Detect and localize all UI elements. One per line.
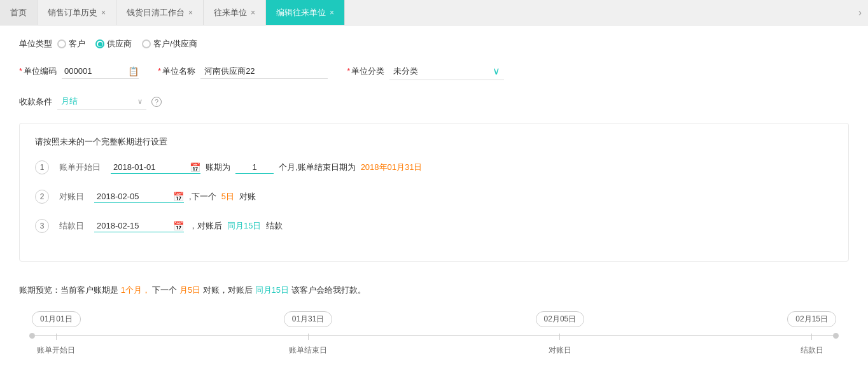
step-2-desc-highlight: 5日 [221, 191, 234, 202]
unit-category-label: *单位分类 [347, 66, 384, 77]
tab-edit-partner-close[interactable]: × [330, 8, 334, 17]
timeline-badge-4: 02月15日 [787, 311, 836, 327]
step-1-date-input[interactable] [111, 161, 187, 173]
preview-highlight3: 同月15日 [255, 285, 289, 295]
chevron-down-icon: ∨ [493, 65, 500, 77]
tab-bar: 首页 销售订单历史 × 钱货日清工作台 × 往来单位 × 编辑往来单位 × › [0, 0, 868, 25]
tab-more-button[interactable]: › [852, 0, 868, 25]
timeline: 01月01日 账单开始日 01月31日 账单结束日 02月05日 对账日 [19, 311, 849, 356]
preview-prefix: 账期预览：当前客户账期是 [19, 285, 118, 295]
unit-name-group: *单位名称 [158, 64, 328, 79]
preview-mid2: 对账，对账后 [203, 285, 253, 295]
timeline-point-3: 02月05日 对账日 [536, 311, 585, 356]
tab-home[interactable]: 首页 [0, 0, 38, 25]
step-3-label: 结款日 [59, 220, 84, 232]
radio-customer-label: 客户 [69, 38, 85, 50]
settings-panel: 请按照未来的一个完整帐期进行设置 1 账单开始日 📅 账期为 个月,账单结束日期… [19, 123, 849, 262]
help-icon[interactable]: ? [151, 97, 162, 107]
preview-mid1: 下一个 [152, 285, 177, 295]
step-3-input-group: 📅 ，对账后 同月15日 结款 [94, 220, 283, 232]
radio-supplier[interactable]: 供应商 [95, 38, 132, 50]
radio-both[interactable]: 客户/供应商 [142, 38, 197, 50]
step-1-end-date: 2018年01月31日 [361, 162, 423, 173]
tab-sales-history[interactable]: 销售订单历史 × [38, 0, 116, 25]
timeline-badge-1: 01月01日 [32, 311, 81, 327]
radio-customer-circle [57, 39, 66, 48]
step-1-period-unit: 个月,账单结束日期为 [279, 162, 356, 173]
radio-customer[interactable]: 客户 [57, 38, 85, 50]
unit-code-label: *单位编码 [19, 66, 57, 77]
step-1-row: 1 账单开始日 📅 账期为 个月,账单结束日期为 2018年01月31日 [35, 160, 833, 174]
timeline-point-4: 02月15日 结款日 [787, 311, 836, 356]
step-2-label: 对账日 [59, 191, 84, 202]
preview-highlight2: 月5日 [179, 285, 200, 295]
unit-type-label: 单位类型 [19, 38, 52, 50]
timeline-point-2: 01月31日 账单结束日 [284, 311, 333, 356]
preview-suffix: 该客户会给我打款。 [291, 285, 366, 295]
tab-home-label: 首页 [10, 7, 27, 18]
tab-cash-work-label: 钱货日清工作台 [127, 7, 185, 18]
panel-title: 请按照未来的一个完整帐期进行设置 [35, 136, 833, 148]
unit-category-group: *单位分类 未分类 ∨ [347, 62, 504, 80]
tab-sales-history-label: 销售订单历史 [48, 7, 97, 18]
unit-code-input-wrapper: 📋 [62, 64, 139, 79]
tab-partner-close[interactable]: × [251, 8, 255, 17]
radio-both-circle [142, 39, 151, 48]
timeline-connector-1 [56, 334, 57, 340]
chevron-down-icon-payment: ∨ [137, 97, 143, 106]
step-1-period-label: 账期为 [206, 162, 230, 173]
unit-name-label: *单位名称 [158, 66, 195, 77]
step-1-calendar-icon[interactable]: 📅 [190, 162, 200, 172]
unit-type-group: 单位类型 客户 供应商 客户/供应商 [19, 38, 197, 50]
tab-cash-work[interactable]: 钱货日清工作台 × [116, 0, 204, 25]
unit-info-row: *单位编码 📋 *单位名称 *单位分类 未分类 ∨ [19, 62, 849, 80]
step-2-desc-suffix: 对账 [239, 191, 256, 202]
timeline-connector-4 [811, 334, 812, 340]
tab-cash-work-close[interactable]: × [188, 8, 193, 17]
timeline-points: 01月01日 账单开始日 01月31日 账单结束日 02月05日 对账日 [32, 311, 836, 356]
step-1-label: 账单开始日 [59, 162, 101, 173]
payment-terms-group: 收款条件 月结 ∨ ? [19, 93, 162, 110]
preview-highlight1: 1个月， [121, 285, 150, 295]
timeline-point-1: 01月01日 账单开始日 [32, 311, 81, 356]
step-2-date-input[interactable] [94, 190, 171, 202]
payment-terms-label: 收款条件 [19, 96, 52, 108]
step-1-num: 1 [35, 160, 49, 174]
tab-sales-history-close[interactable]: × [101, 8, 106, 17]
tab-partner[interactable]: 往来单位 × [204, 0, 266, 25]
unit-code-input[interactable] [62, 64, 125, 78]
unit-category-dropdown[interactable]: 未分类 ∨ [389, 62, 504, 80]
radio-both-label: 客户/供应商 [153, 38, 197, 50]
step-2-num: 2 [35, 190, 49, 204]
payment-row: 收款条件 月结 ∨ ? [19, 93, 849, 110]
step-3-num: 3 [35, 219, 49, 233]
tab-edit-partner-label: 编辑往来单位 [276, 7, 326, 18]
timeline-label-2: 账单结束日 [289, 345, 327, 356]
preview-section: 账期预览：当前客户账期是 1个月， 下一个 月5日 对账，对账后 同月15日 该… [19, 274, 849, 356]
unit-type-row: 单位类型 客户 供应商 客户/供应商 [19, 38, 849, 50]
timeline-badge-2: 01月31日 [284, 311, 333, 327]
timeline-badge-3: 02月05日 [536, 311, 585, 327]
payment-terms-select[interactable]: 月结 ∨ [57, 93, 146, 110]
timeline-label-3: 对账日 [549, 345, 571, 356]
preview-text: 账期预览：当前客户账期是 1个月， 下一个 月5日 对账，对账后 同月15日 该… [19, 285, 849, 296]
step-3-date-input[interactable] [94, 220, 171, 232]
payment-terms-value: 月结 [61, 95, 135, 107]
step-1-period-input[interactable] [235, 161, 274, 174]
step-3-desc-prefix: ，对账后 [189, 220, 222, 232]
radio-group: 客户 供应商 客户/供应商 [57, 38, 197, 50]
unit-category-value: 未分类 [393, 66, 493, 77]
step-3-calendar-icon[interactable]: 📅 [173, 221, 184, 231]
step-3-row: 3 结款日 📅 ，对账后 同月15日 结款 [35, 219, 833, 233]
step-3-desc-suffix: 结款 [266, 220, 283, 232]
step-1-input-group: 📅 账期为 个月,账单结束日期为 2018年01月31日 [111, 161, 422, 174]
timeline-label-4: 结款日 [801, 345, 823, 356]
tab-partner-label: 往来单位 [214, 7, 247, 18]
step-2-calendar-icon[interactable]: 📅 [173, 192, 184, 202]
radio-supplier-label: 供应商 [107, 38, 132, 50]
timeline-connector-2 [308, 334, 309, 340]
timeline-connector-3 [559, 334, 560, 340]
tab-edit-partner[interactable]: 编辑往来单位 × [266, 0, 345, 25]
unit-code-icon[interactable]: 📋 [128, 66, 139, 76]
unit-name-input[interactable] [200, 64, 328, 79]
